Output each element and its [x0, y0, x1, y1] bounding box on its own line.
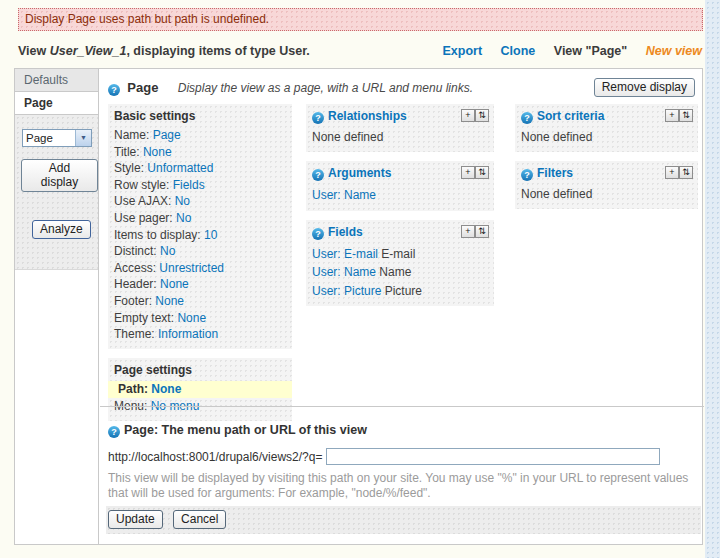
- view-name: User_View_1: [50, 44, 127, 58]
- setting-value-link[interactable]: None: [143, 145, 172, 159]
- path-input[interactable]: [326, 448, 660, 465]
- sidebar-tab-page[interactable]: Page: [15, 92, 98, 115]
- arguments-title-link[interactable]: Arguments: [328, 166, 391, 180]
- setting-label: Footer:: [114, 294, 152, 308]
- form-buttons-bar: Update Cancel: [106, 506, 701, 534]
- help-icon[interactable]: ?: [108, 426, 120, 438]
- sidebar-tab-defaults[interactable]: Defaults: [15, 69, 98, 92]
- path-form-title: Page: The menu path or URL of this view: [124, 423, 367, 437]
- display-type-select[interactable]: Page ▼: [22, 129, 92, 147]
- setting-row: Footer: None: [114, 293, 286, 310]
- argument-link[interactable]: User: Name: [312, 188, 376, 202]
- field-label-suffix: E-mail: [378, 247, 415, 261]
- help-icon[interactable]: ?: [312, 228, 324, 240]
- setting-value-link[interactable]: Information: [158, 327, 218, 341]
- help-icon[interactable]: ?: [521, 112, 533, 124]
- setting-value-link[interactable]: No: [176, 211, 191, 225]
- field-link[interactable]: User: Picture: [312, 284, 381, 298]
- box-sort-criteria: ?Sort criteria +⇅ None defined: [515, 104, 698, 152]
- path-setting-value-link[interactable]: None: [151, 382, 181, 396]
- setting-value-link[interactable]: 10: [204, 228, 217, 242]
- new-view-link[interactable]: New view: [646, 44, 702, 58]
- basic-settings-title: Basic settings: [114, 109, 286, 127]
- relationships-title-link[interactable]: Relationships: [328, 109, 407, 123]
- setting-value-link[interactable]: None: [177, 311, 206, 325]
- add-icon[interactable]: +: [665, 166, 679, 179]
- setting-value-link[interactable]: No: [175, 194, 190, 208]
- setting-label: Row style:: [114, 178, 169, 192]
- display-sidebar: Defaults Page Page ▼ Add display Analyze: [15, 69, 99, 544]
- help-icon[interactable]: ?: [521, 169, 533, 181]
- field-link[interactable]: User: E-mail: [312, 247, 378, 261]
- remove-display-button[interactable]: Remove display: [594, 78, 695, 97]
- setting-value-link[interactable]: None: [160, 277, 189, 291]
- rearrange-icon[interactable]: ⇅: [475, 109, 489, 122]
- setting-row: Title: None: [114, 144, 286, 161]
- add-icon[interactable]: +: [461, 225, 475, 238]
- sort-criteria-title-link[interactable]: Sort criteria: [537, 109, 604, 123]
- arguments-actions: +⇅: [461, 166, 489, 180]
- help-icon[interactable]: ?: [108, 84, 120, 96]
- setting-value-link[interactable]: No: [160, 244, 175, 258]
- chevron-down-icon[interactable]: ▼: [75, 130, 91, 146]
- setting-value-link[interactable]: Unrestricted: [159, 261, 224, 275]
- path-setting-row: Path: None: [108, 381, 292, 398]
- display-description: Display the view as a page, with a URL a…: [178, 81, 473, 95]
- setting-label: Theme:: [114, 327, 155, 341]
- setting-row: Use AJAX: No: [114, 193, 286, 210]
- setting-value-link[interactable]: Page: [153, 128, 181, 142]
- add-icon[interactable]: +: [461, 109, 475, 122]
- views-ui-container: Defaults Page Page ▼ Add display Analyze…: [14, 68, 703, 545]
- field-link[interactable]: User: Name: [312, 265, 376, 279]
- setting-label: Title:: [114, 145, 140, 159]
- setting-row: Theme: Information: [114, 326, 286, 343]
- update-button[interactable]: Update: [108, 510, 163, 529]
- view-page-link[interactable]: View "Page": [554, 44, 627, 58]
- rearrange-icon[interactable]: ⇅: [679, 166, 693, 179]
- column-basic: Basic settings Name: Page Title: None St…: [108, 104, 292, 430]
- path-form-title-row: ?Page: The menu path or URL of this view: [100, 407, 704, 438]
- setting-label: Style:: [114, 161, 144, 175]
- error-text: Display Page uses path but path is undef…: [25, 12, 269, 26]
- filters-title-link[interactable]: Filters: [537, 166, 573, 180]
- add-icon[interactable]: +: [461, 166, 475, 179]
- setting-row: Distinct: No: [114, 243, 286, 260]
- setting-value-link[interactable]: Unformatted: [147, 161, 213, 175]
- rearrange-icon[interactable]: ⇅: [475, 166, 489, 179]
- rearrange-icon[interactable]: ⇅: [475, 225, 489, 238]
- error-banner: Display Page uses path but path is undef…: [18, 8, 703, 31]
- setting-row: Style: Unformatted: [114, 160, 286, 177]
- url-prefix-label: http://localhost:8001/drupal6/views2/?q=: [108, 450, 322, 464]
- box-relationships: ?Relationships +⇅ None defined: [306, 104, 494, 152]
- cancel-button[interactable]: Cancel: [173, 510, 226, 529]
- setting-value-link[interactable]: None: [155, 294, 184, 308]
- filters-actions: +⇅: [665, 166, 693, 180]
- view-summary-suffix: , displaying items of type User.: [126, 44, 309, 58]
- clone-link[interactable]: Clone: [501, 44, 536, 58]
- path-form-description: This view will be displayed by visiting …: [100, 465, 700, 501]
- fields-title-link[interactable]: Fields: [328, 225, 363, 239]
- add-icon[interactable]: +: [665, 109, 679, 122]
- help-icon[interactable]: ?: [312, 112, 324, 124]
- setting-row: Use pager: No: [114, 210, 286, 227]
- display-header: ? Page Display the view as a page, with …: [100, 69, 704, 103]
- setting-label: Access:: [114, 261, 156, 275]
- setting-label: Use pager:: [114, 211, 173, 225]
- field-item: User: Picture Picture: [312, 282, 488, 301]
- rearrange-icon[interactable]: ⇅: [679, 109, 693, 122]
- setting-row: Access: Unrestricted: [114, 260, 286, 277]
- help-icon[interactable]: ?: [312, 169, 324, 181]
- analyze-button[interactable]: Analyze: [32, 220, 91, 239]
- setting-label: Use AJAX:: [114, 194, 171, 208]
- field-item: User: Name Name: [312, 263, 488, 282]
- field-label-suffix: Picture: [381, 284, 422, 298]
- path-setting-label: Path:: [118, 382, 148, 396]
- relationships-actions: +⇅: [461, 109, 489, 123]
- setting-row: Items to display: 10: [114, 227, 286, 244]
- export-link[interactable]: Export: [442, 44, 482, 58]
- path-config-form: ?Page: The menu path or URL of this view…: [100, 406, 704, 544]
- setting-value-link[interactable]: Fields: [173, 178, 205, 192]
- add-display-button[interactable]: Add display: [21, 159, 98, 192]
- setting-label: Empty text:: [114, 311, 174, 325]
- setting-row: Header: None: [114, 276, 286, 293]
